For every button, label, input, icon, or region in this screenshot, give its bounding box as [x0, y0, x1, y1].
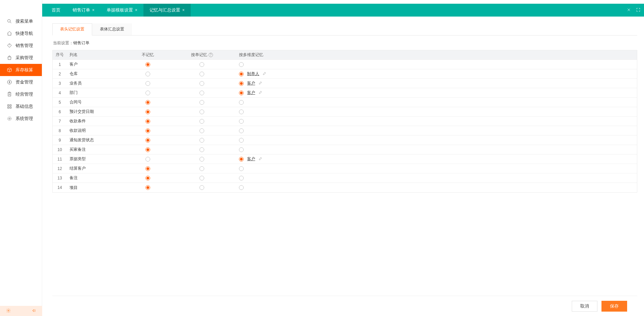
radio-nomem[interactable]: [145, 62, 150, 67]
sidebar-item-4[interactable]: 库存核算: [0, 64, 42, 76]
edit-icon[interactable]: [259, 90, 263, 95]
radio-nomem[interactable]: [145, 157, 150, 162]
fullscreen-icon[interactable]: [636, 7, 641, 13]
radio-bydim[interactable]: [239, 91, 244, 95]
radio-byorder[interactable]: [199, 166, 204, 171]
sidebar-item-0[interactable]: 搜索菜单: [0, 15, 42, 27]
sidebar-item-label: 经营管理: [16, 91, 33, 97]
sidebar-item-8[interactable]: 系统管理: [0, 113, 42, 125]
svg-rect-5: [10, 105, 11, 106]
radio-byorder[interactable]: [199, 185, 204, 190]
sidebar-item-3[interactable]: 采购管理: [0, 52, 42, 64]
edit-icon[interactable]: [259, 156, 263, 162]
radio-nomem[interactable]: [145, 81, 150, 86]
cell-name: 项目: [67, 185, 121, 191]
cell-nomem: [121, 62, 175, 67]
sidebar-item-7[interactable]: 基础信息: [0, 100, 42, 113]
tab-2[interactable]: 单据模板设置×: [101, 4, 143, 17]
dim-value[interactable]: 客户: [247, 80, 255, 86]
cell-bydim: [229, 147, 637, 152]
gear-icon[interactable]: [6, 308, 11, 314]
cell-name: 收款条件: [67, 118, 121, 124]
sidebar-item-2[interactable]: 销售管理: [0, 40, 42, 52]
col-bydim: 按多维度记忆: [229, 52, 637, 58]
save-button[interactable]: 保存: [601, 301, 627, 312]
tab-0[interactable]: 首页: [46, 4, 66, 17]
radio-byorder[interactable]: [199, 72, 204, 76]
sidebar-item-6[interactable]: 经营管理: [0, 88, 42, 100]
radio-bydim[interactable]: [239, 157, 244, 162]
radio-bydim[interactable]: [239, 119, 244, 124]
sidebar-item-label: 库存核算: [16, 67, 33, 73]
radio-nomem[interactable]: [145, 110, 150, 114]
cell-byorder: [175, 166, 229, 171]
radio-bydim[interactable]: [239, 100, 244, 105]
edit-icon[interactable]: [263, 71, 267, 76]
close-icon[interactable]: ×: [92, 8, 95, 13]
radio-nomem[interactable]: [145, 72, 150, 76]
cell-seq: 11: [53, 157, 67, 162]
cell-byorder: [175, 100, 229, 105]
cell-bydim: 客户: [229, 80, 637, 86]
radio-nomem[interactable]: [145, 138, 150, 143]
radio-bydim[interactable]: [239, 110, 244, 114]
sidebar-item-5[interactable]: 资金管理: [0, 76, 42, 88]
radio-nomem[interactable]: [145, 91, 150, 95]
dim-value[interactable]: 客户: [247, 156, 255, 162]
radio-nomem[interactable]: [145, 119, 150, 124]
edit-icon[interactable]: [259, 81, 263, 86]
radio-byorder[interactable]: [199, 128, 204, 133]
radio-bydim[interactable]: [239, 147, 244, 152]
radio-bydim[interactable]: [239, 81, 244, 86]
dim-value[interactable]: 客户: [247, 90, 255, 96]
close-all-icon[interactable]: [626, 7, 631, 13]
radio-byorder[interactable]: [199, 62, 204, 67]
radio-byorder[interactable]: [199, 147, 204, 152]
radio-byorder[interactable]: [199, 138, 204, 143]
subtab-1[interactable]: 表体汇总设置: [92, 23, 132, 35]
radio-bydim[interactable]: [239, 166, 244, 171]
tab-1[interactable]: 销售订单×: [66, 4, 101, 17]
radio-byorder[interactable]: [199, 110, 204, 114]
radio-nomem[interactable]: [145, 166, 150, 171]
radio-byorder[interactable]: [199, 119, 204, 124]
cell-bydim: [229, 138, 637, 143]
radio-nomem[interactable]: [145, 176, 150, 180]
radio-bydim[interactable]: [239, 72, 244, 76]
radio-bydim[interactable]: [239, 185, 244, 190]
svg-point-1: [9, 45, 9, 45]
close-icon[interactable]: ×: [135, 8, 137, 13]
radio-nomem[interactable]: [145, 147, 150, 152]
collapse-icon[interactable]: [31, 308, 36, 314]
cell-nomem: [121, 166, 175, 171]
sidebar-item-1[interactable]: 快捷导航: [0, 27, 42, 40]
tab-label: 单据模板设置: [107, 7, 133, 13]
radio-byorder[interactable]: [199, 157, 204, 162]
sidebar-item-label: 基础信息: [16, 103, 33, 110]
radio-byorder[interactable]: [199, 81, 204, 86]
gear-icon: [7, 116, 12, 121]
tab-3[interactable]: 记忆与汇总设置×: [143, 4, 191, 17]
cancel-button[interactable]: 取消: [572, 301, 597, 312]
cell-seq: 10: [53, 147, 67, 152]
close-icon[interactable]: ×: [182, 8, 185, 13]
radio-byorder[interactable]: [199, 176, 204, 180]
radio-nomem[interactable]: [145, 100, 150, 105]
cell-nomem: [121, 109, 175, 114]
cell-seq: 14: [53, 185, 67, 190]
table-row: 10买家备注: [53, 145, 637, 154]
help-icon[interactable]: ?: [209, 53, 213, 57]
radio-byorder[interactable]: [199, 91, 204, 95]
radio-bydim[interactable]: [239, 176, 244, 180]
radio-bydim[interactable]: [239, 138, 244, 143]
radio-nomem[interactable]: [145, 128, 150, 133]
radio-nomem[interactable]: [145, 185, 150, 190]
svg-rect-4: [8, 105, 9, 106]
radio-bydim[interactable]: [239, 128, 244, 133]
subtab-0[interactable]: 表头记忆设置: [52, 23, 92, 35]
radio-byorder[interactable]: [199, 100, 204, 105]
cell-nomem: [121, 119, 175, 124]
dim-value[interactable]: 制单人: [247, 71, 259, 77]
radio-bydim[interactable]: [239, 62, 244, 67]
sidebar: 搜索菜单快捷导航销售管理采购管理库存核算资金管理经营管理基础信息系统管理: [0, 0, 42, 316]
